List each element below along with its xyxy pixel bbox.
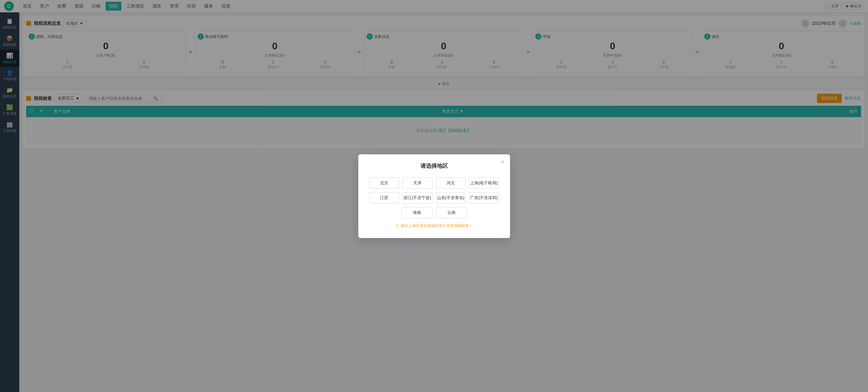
region-btn-北京[interactable]: 北京 — [369, 177, 399, 189]
region-btn-海南[interactable]: 海南 — [401, 207, 432, 218]
modal-warning: ⓘ 除以上地区外其他地区暂不支持报税检查！ — [369, 223, 499, 228]
modal-overlay[interactable]: × 请选择地区 北京天津河北上海(电子税局) 江苏浙江(不含宁波)山东(不含青岛… — [0, 0, 868, 392]
modal-region-row2: 江苏浙江(不含宁波)山东(不含青岛)广东(不含深圳) — [369, 192, 499, 204]
modal-close-button[interactable]: × — [501, 158, 505, 166]
region-btn-天津[interactable]: 天津 — [402, 177, 432, 189]
region-btn-江苏[interactable]: 江苏 — [369, 192, 399, 204]
region-modal: × 请选择地区 北京天津河北上海(电子税局) 江苏浙江(不含宁波)山东(不含青岛… — [358, 154, 510, 238]
region-btn-山东(不含青岛)[interactable]: 山东(不含青岛) — [436, 192, 466, 204]
region-btn-上海(电子税局)[interactable]: 上海(电子税局) — [469, 177, 499, 189]
region-btn-广东(不含深圳)[interactable]: 广东(不含深圳) — [469, 192, 499, 204]
warning-text: 除以上地区外其他地区暂不支持报税检查！ — [401, 223, 473, 228]
warning-icon: ⓘ — [396, 223, 399, 228]
modal-region-row3: 海南云南 — [369, 207, 499, 218]
region-btn-浙江(不含宁波)[interactable]: 浙江(不含宁波) — [402, 192, 432, 204]
modal-title: 请选择地区 — [369, 163, 499, 170]
region-btn-云南[interactable]: 云南 — [436, 207, 467, 218]
modal-region-row1: 北京天津河北上海(电子税局) — [369, 177, 499, 189]
region-btn-河北[interactable]: 河北 — [436, 177, 466, 189]
